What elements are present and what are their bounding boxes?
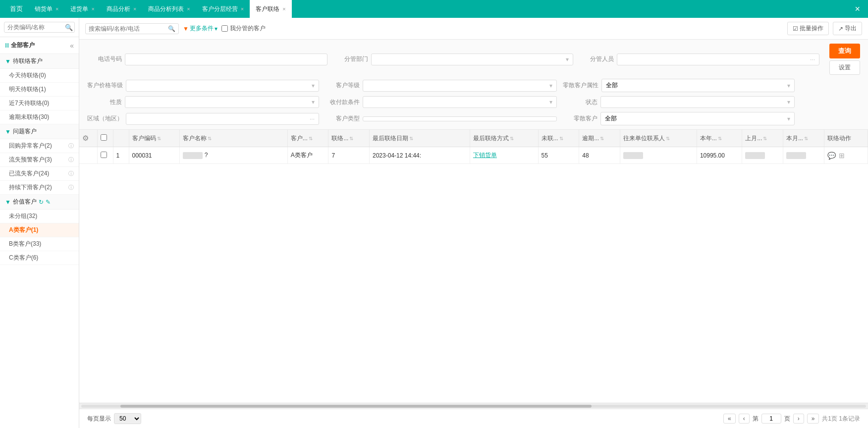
nature-label: 性质 bbox=[87, 98, 122, 107]
content-area: 🔍 ▼ 更多条件 ▾ 我分管的客户 ☑ 批量操作 ↗ 导出 bbox=[79, 18, 868, 428]
sidebar-item-ungrouped[interactable]: 未分组(32) bbox=[0, 210, 79, 223]
search-icon[interactable]: 🔍 bbox=[168, 25, 175, 32]
prev-page-btn[interactable]: ‹ bbox=[739, 414, 750, 424]
status-select[interactable]: ▾ bbox=[600, 96, 795, 108]
customerlevel-label: 客户等级 bbox=[325, 81, 360, 90]
setting-btn[interactable]: 设置 bbox=[829, 60, 860, 75]
region-select[interactable]: ··· bbox=[126, 113, 319, 125]
page-input[interactable] bbox=[761, 414, 781, 424]
pricelevel-select[interactable]: ▾ bbox=[126, 80, 319, 92]
close-purchaseorder-tab[interactable]: × bbox=[91, 6, 94, 12]
sidebar-item-lost[interactable]: 已流失客户(24) ⓘ bbox=[0, 167, 79, 181]
sidebar-item-7days[interactable]: 近7天待联络(0) bbox=[0, 97, 79, 110]
close-productanalysislist-tab[interactable]: × bbox=[187, 6, 190, 12]
close-all-tabs[interactable]: × bbox=[851, 4, 864, 14]
my-customers-checkbox[interactable] bbox=[221, 25, 228, 32]
lastway-link[interactable]: 下销货单 bbox=[473, 152, 497, 159]
th-lastway: 最后联络方式 ⇅ bbox=[470, 130, 538, 147]
adv-filter-row2: 客户价格等级 ▾ 客户等级 ▾ 零散客户属性 全部 bbox=[87, 79, 860, 92]
first-page-btn[interactable]: « bbox=[723, 414, 736, 424]
sort-lastmonth-icon[interactable]: ⇅ bbox=[763, 136, 767, 141]
horizontal-scrollbar[interactable] bbox=[79, 403, 868, 409]
manager-select[interactable]: ··· bbox=[617, 54, 819, 65]
nav-home[interactable]: 首页 bbox=[4, 0, 29, 18]
dept-select[interactable]: ▾ bbox=[371, 54, 574, 65]
batch-op-btn[interactable]: ☑ 批量操作 bbox=[787, 22, 829, 35]
payment-label: 收付款条件 bbox=[325, 98, 360, 107]
scattercustomer-select[interactable]: 全部 ▾ bbox=[600, 112, 795, 125]
row-checkbox[interactable] bbox=[101, 152, 107, 158]
sidebar-item-bclass[interactable]: B类客户(33) bbox=[0, 237, 79, 251]
export-btn[interactable]: ↗ 导出 bbox=[833, 22, 862, 35]
close-salesorder-tab[interactable]: × bbox=[55, 6, 58, 12]
query-btn[interactable]: 查询 bbox=[829, 44, 860, 58]
sidebar-item-aclass[interactable]: A类客户(1) bbox=[0, 223, 79, 237]
nav-tab-salesorder[interactable]: 销货单 × bbox=[29, 0, 64, 18]
sort-category-icon[interactable]: ⇅ bbox=[309, 136, 313, 141]
payment-select[interactable]: ▾ bbox=[363, 96, 557, 108]
select-all-checkbox[interactable] bbox=[101, 134, 107, 141]
sidebar-item-warning[interactable]: 流失预警客户(3) ⓘ bbox=[0, 153, 79, 167]
field-manager: 分管人员 ··· bbox=[579, 54, 819, 65]
last-page-btn[interactable]: » bbox=[807, 414, 819, 424]
sort-thismonth-icon[interactable]: ⇅ bbox=[804, 136, 808, 141]
export-icon: ↗ bbox=[838, 25, 843, 32]
sidebar-section-problem[interactable]: ▼ 问题客户 bbox=[0, 124, 79, 139]
sort-overdue-icon[interactable]: ⇅ bbox=[600, 136, 604, 141]
sort-contact-icon[interactable]: ⇅ bbox=[349, 136, 353, 141]
region-dots-icon: ··· bbox=[310, 115, 315, 122]
sort-thisyear-icon[interactable]: ⇅ bbox=[718, 136, 722, 141]
sort-lastdate-icon[interactable]: ⇅ bbox=[409, 136, 413, 141]
refresh-icon[interactable]: ↻ bbox=[39, 199, 44, 206]
sidebar: 🔍 ⁞⁞ 全部客户 « ▼ 待联络客户 今天待联络(0) 明天待联络(1) 近7… bbox=[0, 18, 79, 428]
next-page-btn[interactable]: › bbox=[793, 414, 804, 424]
nav-tab-purchaseorder[interactable]: 进货单 × bbox=[64, 0, 100, 18]
settings-gear-icon[interactable]: ⚙ bbox=[82, 134, 89, 142]
field-customerlevel: 客户等级 ▾ bbox=[325, 80, 557, 92]
close-customercontact-tab[interactable]: × bbox=[282, 6, 285, 12]
page-size-select[interactable]: 50 100 200 bbox=[114, 413, 141, 424]
sidebar-item-abnormal[interactable]: 回购异常客户(2) ⓘ bbox=[0, 139, 79, 153]
all-customers-title[interactable]: ⁞⁞ 全部客户 bbox=[5, 41, 35, 50]
sidebar-search-input[interactable] bbox=[4, 22, 75, 33]
customerlevel-select[interactable]: ▾ bbox=[363, 80, 557, 92]
nature-select[interactable]: ▾ bbox=[125, 96, 319, 108]
sidebar-item-overdue[interactable]: 逾期未联络(30) bbox=[0, 110, 79, 124]
my-customers-filter[interactable]: 我分管的客户 bbox=[221, 24, 266, 33]
sort-notcontact-icon[interactable]: ⇅ bbox=[559, 136, 563, 141]
sidebar-section-value[interactable]: ▼ 价值客户 ↻ ✎ bbox=[0, 195, 79, 210]
sidebar-item-cclass[interactable]: C类客户(6) bbox=[0, 251, 79, 265]
scrollbar-thumb[interactable] bbox=[120, 405, 591, 408]
problem-arrow-icon: ▼ bbox=[5, 128, 11, 135]
sidebar-item-today[interactable]: 今天待联络(0) bbox=[0, 69, 79, 83]
sidebar-search-icon[interactable]: 🔍 bbox=[65, 24, 73, 31]
search-input[interactable] bbox=[89, 25, 168, 32]
nav-tab-productanalysis[interactable]: 商品分析 × bbox=[101, 0, 142, 18]
phone-input[interactable] bbox=[125, 54, 327, 65]
scatterprop-select[interactable]: 全部 ▾ bbox=[601, 79, 795, 92]
close-productanalysis-tab[interactable]: × bbox=[133, 6, 136, 12]
sidebar-collapse-btn[interactable]: « bbox=[70, 42, 74, 50]
nav-tab-customercontact[interactable]: 客户联络 × bbox=[250, 0, 291, 18]
pricelevel-arrow-icon: ▾ bbox=[312, 82, 315, 89]
qrcode-icon[interactable]: ⊞ bbox=[839, 152, 845, 160]
nav-tab-productanalysislist[interactable]: 商品分析列表 × bbox=[142, 0, 196, 18]
customertype-input[interactable] bbox=[363, 116, 557, 121]
sort-lastway-icon[interactable]: ⇅ bbox=[510, 136, 514, 141]
sort-prevcontact-icon[interactable]: ⇅ bbox=[666, 136, 670, 141]
sort-name-icon[interactable]: ⇅ bbox=[208, 136, 212, 141]
close-customersegment-tab[interactable]: × bbox=[241, 6, 244, 12]
payment-arrow-icon: ▾ bbox=[549, 99, 552, 106]
customerlevel-arrow-icon: ▾ bbox=[549, 82, 552, 89]
edit-icon[interactable]: ✎ bbox=[46, 199, 51, 206]
comment-icon[interactable]: 💬 bbox=[827, 152, 836, 160]
sidebar-item-declining[interactable]: 持续下滑客户(2) ⓘ bbox=[0, 181, 79, 195]
sidebar-item-tomorrow[interactable]: 明天待联络(1) bbox=[0, 83, 79, 97]
sidebar-section-pending[interactable]: ▼ 待联络客户 bbox=[0, 54, 79, 69]
field-customertype: 客户类型 bbox=[325, 114, 557, 123]
nav-tab-customersegment[interactable]: 客户分层经营 × bbox=[196, 0, 250, 18]
sort-code-icon[interactable]: ⇅ bbox=[157, 136, 161, 141]
region-label: 区域（地区） bbox=[87, 114, 123, 123]
th-checkbox bbox=[97, 130, 113, 147]
more-filters-btn[interactable]: ▼ 更多条件 ▾ bbox=[183, 24, 217, 33]
